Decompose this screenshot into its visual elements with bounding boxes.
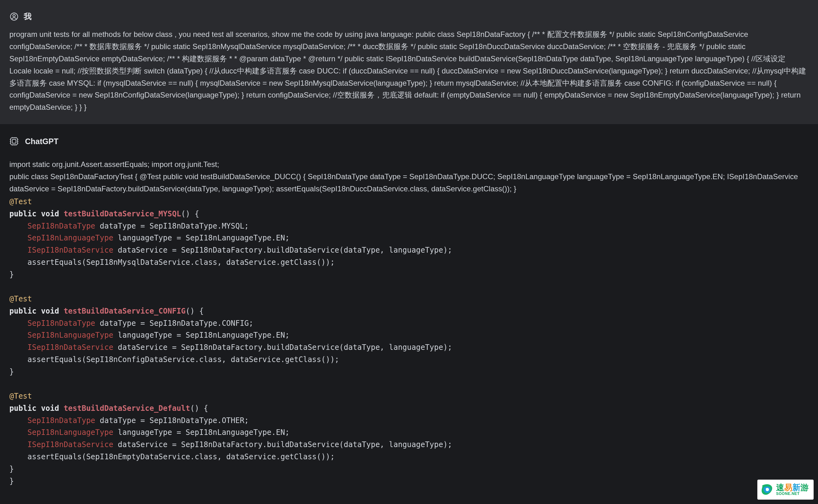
code-type: SepI18nDataType: [28, 222, 95, 230]
assistant-prose-line-2[interactable]: public class SepI18nDataFactoryTest { @T…: [9, 171, 809, 195]
code-text: assertEquals(SepI18nEmptyDataService.cla…: [9, 452, 335, 461]
code-keyword: void: [41, 404, 59, 413]
watermark-text: 速易新游 SOONE.NET: [776, 483, 809, 496]
watermark-subtext: SOONE.NET: [776, 492, 809, 496]
code-fn-name: testBuildDataService_MYSQL: [63, 209, 181, 218]
user-header: 我: [9, 11, 809, 22]
code-type: SepI18nDataType: [28, 416, 95, 425]
code-text: }: [9, 465, 14, 473]
code-annotation: @Test: [9, 295, 32, 303]
code-fn-name: testBuildDataService_CONFIG: [63, 307, 185, 315]
code-annotation: @Test: [9, 197, 32, 206]
code-text: dataType = SepI18nDataType.CONFIG;: [95, 319, 254, 328]
watermark-char: 易: [784, 483, 792, 492]
code-type: SepI18nLanguageType: [28, 234, 114, 242]
code-type: SepI18nLanguageType: [28, 331, 114, 340]
code-text: languageType = SepI18nLanguageType.EN;: [113, 331, 290, 340]
code-text: }: [9, 367, 14, 376]
chatgpt-logo-icon: [9, 137, 19, 146]
assistant-prose-line-1[interactable]: import static org.junit.Assert.assertEqu…: [9, 159, 809, 171]
code-type: ISepI18nDataService: [28, 440, 114, 449]
code-type: ISepI18nDataService: [28, 246, 114, 255]
watermark-char: 新: [792, 483, 800, 492]
svg-rect-3: [12, 139, 16, 143]
code-text: dataType = SepI18nDataType.OTHER;: [95, 416, 249, 425]
code-text: assertEquals(SepI18nConfigDataService.cl…: [9, 355, 339, 364]
code-text: assertEquals(SepI18nMysqlDataService.cla…: [9, 258, 335, 267]
code-keyword: public: [9, 307, 37, 315]
watermark-char: 速: [776, 483, 784, 492]
user-message-block: 我 program unit tests for all methods for…: [0, 0, 818, 124]
assistant-message-block: ChatGPT import static org.junit.Assert.a…: [0, 124, 818, 494]
watermark-char: 游: [800, 483, 809, 492]
assistant-header: ChatGPT: [9, 137, 809, 146]
code-text: dataService = SepI18nDataFactory.buildDa…: [113, 440, 452, 449]
code-text: languageType = SepI18nLanguageType.EN;: [113, 234, 290, 242]
code-keyword: void: [41, 209, 59, 218]
code-annotation: @Test: [9, 392, 32, 401]
user-message-text[interactable]: program unit tests for all methods for b…: [9, 28, 809, 113]
code-text: }: [9, 270, 14, 279]
code-text: languageType = SepI18nLanguageType.EN;: [113, 428, 290, 437]
code-text: () {: [190, 404, 208, 413]
assistant-label: ChatGPT: [25, 137, 58, 146]
svg-point-1: [13, 14, 15, 17]
code-text: () {: [181, 209, 199, 218]
code-keyword: public: [9, 209, 37, 218]
user-label: 我: [24, 11, 32, 22]
code-text: dataService = SepI18nDataFactory.buildDa…: [113, 246, 452, 255]
watermark-logo-icon: [760, 482, 774, 497]
code-text: () {: [186, 307, 204, 315]
code-type: SepI18nLanguageType: [28, 428, 114, 437]
code-text: dataService = SepI18nDataFactory.buildDa…: [113, 343, 452, 352]
svg-rect-2: [11, 138, 18, 145]
code-block-mysql[interactable]: @Test public void testBuildDataService_M…: [9, 196, 809, 487]
code-type: ISepI18nDataService: [28, 343, 114, 352]
code-type: SepI18nDataType: [28, 319, 95, 328]
code-keyword: public: [9, 404, 37, 413]
user-avatar-icon: [9, 12, 19, 21]
code-fn-name: testBuildDataService_Default: [63, 404, 190, 413]
code-text: dataType = SepI18nDataType.MYSQL;: [95, 222, 249, 230]
code-keyword: void: [41, 307, 59, 315]
code-text: }: [9, 477, 14, 486]
watermark-badge: 速易新游 SOONE.NET: [757, 480, 814, 500]
